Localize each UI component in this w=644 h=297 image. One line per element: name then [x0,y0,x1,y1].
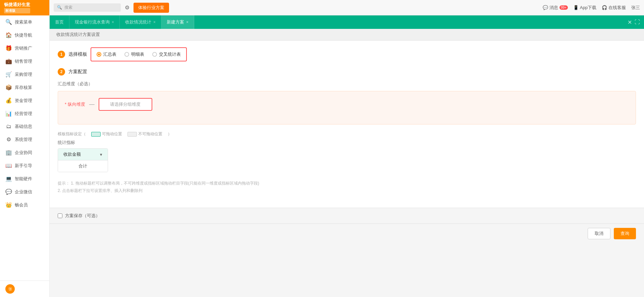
tips-section: 提示： 1. 拖动标题栏可以调整布局，不可跨维度或指标区域拖动栏目字段(只能在同… [58,180,636,194]
sidebar-item-purchase[interactable]: 🛒 采购管理 [0,68,49,81]
radio-cross-label: 交叉统计表 [159,51,181,57]
draggable-label: 可拖动位置 [102,131,122,137]
step1-badge: 1 [58,51,65,58]
tab-receipt-stats-close[interactable]: × [153,20,156,24]
sidebar-item-finance[interactable]: 💰 资金管理 [0,94,49,107]
message-item[interactable]: 💬 消息 99+ [543,5,568,11]
breadcrumb: 收款情况统计方案设置 [50,29,644,41]
tab-home-label: 首页 [55,19,64,25]
member-icon: 👑 [5,202,12,208]
save-checkbox[interactable] [58,213,62,218]
tab-receipt-stats[interactable]: 收款情况统计 × [120,15,161,29]
sidebar-label-search-menu: 搜索菜单 [15,19,32,25]
tip-item-2: 2. 点击标题栏下拉可设置排序、插入列和删除列 [58,187,636,195]
guide-icon: 📖 [5,162,12,169]
radio-summary[interactable]: 汇总表 [97,51,116,57]
sidebar-label-marketing: 营销推广 [15,45,32,51]
message-label: 消息 [549,5,558,11]
indicator-table: 收款金额 ▾ 合计 [58,148,108,172]
tab-bank-flow[interactable]: 现金银行流水查询 × [69,15,120,29]
hardware-icon: 💻 [5,176,12,182]
save-checkbox-label: 方案保存（可选） [65,213,100,219]
indicator-dropdown-icon[interactable]: ▾ [100,152,102,157]
settings-gear-icon[interactable]: ⚙ [123,3,131,12]
service-label: 在线客服 [608,5,626,11]
step2-section: 2 方案配置 汇总维度（必选） * 纵向维度 — 请选择分组维度 [58,68,636,194]
app-download-item[interactable]: 📱 App下载 [573,5,596,11]
tab-bank-flow-label: 现金银行流水查询 [75,19,110,25]
message-icon: 💬 [543,5,548,10]
operation-icon: 📊 [5,110,12,117]
step2-header: 2 方案配置 [58,68,636,76]
sidebar-label-system: 系统管理 [15,137,32,143]
sidebar-item-member[interactable]: 👑 畅会员 [0,198,49,211]
gift-icon: 🎁 [5,45,12,51]
fixed-label: 不可拖动位置 [138,131,162,137]
sidebar-label-guide: 新手引导 [15,163,32,169]
sidebar-label-purchase: 采购管理 [15,71,32,78]
search-menu-icon: 🔍 [5,19,12,25]
avatar-initial: 张 [8,287,12,292]
dimension-area: * 纵向维度 — 请选择分组维度 [58,91,636,125]
sidebar-item-basic-info[interactable]: 🗂 基础信息 [0,120,49,133]
tab-maximize-icon[interactable]: ⛶ [635,19,640,25]
save-section: 方案保存（可选） [50,208,644,224]
sidebar-item-operation[interactable]: 📊 经营管理 [0,107,49,120]
basic-info-icon: 🗂 [5,123,12,130]
user-name-item[interactable]: 张三 [631,5,640,11]
cancel-button[interactable]: 取消 [588,228,610,239]
sidebar-item-quick-nav[interactable]: 🏠 快捷导航 [0,29,49,42]
sidebar-item-system[interactable]: ⚙ 系统管理 [0,133,49,146]
wechat-icon: 💬 [5,189,12,195]
sidebar-label-basic-info: 基础信息 [15,123,32,130]
industry-plan-button[interactable]: 体验行业方案 [133,3,169,13]
sidebar-label-quick-nav: 快捷导航 [15,32,32,38]
finance-icon: 💰 [5,97,12,104]
sidebar-item-inventory[interactable]: 📦 库存核算 [0,81,49,94]
dimension-placeholder[interactable]: 请选择分组维度 [99,98,152,111]
radio-cross-circle[interactable] [152,52,157,57]
sidebar-item-enterprise[interactable]: 🏢 企业协同 [0,146,49,159]
radio-detail-circle[interactable] [124,52,129,57]
tab-close-all-icon[interactable]: ✕ [628,19,632,26]
step1-section: 1 选择模板 汇总表 明细表 [58,47,636,61]
indicator-total-row: 合计 [58,160,108,172]
sidebar-label-sales: 销售管理 [15,58,32,64]
sidebar-label-finance: 资金管理 [15,98,32,104]
radio-detail[interactable]: 明细表 [124,51,144,57]
sidebar-item-search-menu[interactable]: 🔍 搜索菜单 [0,15,49,29]
vertical-dimension-label: * 纵向维度 [65,101,85,107]
radio-summary-circle[interactable] [97,52,101,57]
stats-indicators-title: 统计指标 [58,140,636,146]
step1-header: 1 选择模板 汇总表 明细表 [58,47,636,61]
sidebar-item-wechat[interactable]: 💬 企业微信 [0,185,49,198]
sidebar-item-marketing[interactable]: 🎁 营销推广 [0,42,49,55]
sidebar-item-guide[interactable]: 📖 新手引导 [0,159,49,172]
radio-detail-label: 明细表 [131,51,144,57]
radio-summary-label: 汇总表 [103,51,116,57]
sidebar-label-wechat: 企业微信 [15,189,32,195]
dimension-placeholder-text: 请选择分组维度 [110,102,141,107]
sidebar: 畅捷通好生意 标准版 🔍 搜索菜单 🏠 快捷导航 🎁 营销推广 💼 销售管理 🛒… [0,0,50,297]
tab-bank-flow-close[interactable]: × [112,20,114,24]
step2-badge: 2 [58,68,65,76]
radio-cross[interactable]: 交叉统计表 [152,51,181,57]
sidebar-label-member: 畅会员 [15,202,28,208]
online-service-item[interactable]: 🎧 在线客服 [602,5,626,11]
tab-home[interactable]: 首页 [50,15,69,29]
indicator-header[interactable]: 收款金额 ▾ [58,149,108,160]
tab-new-plan-close[interactable]: × [186,20,189,24]
sidebar-logo: 畅捷通好生意 标准版 [0,0,49,15]
sidebar-item-sales[interactable]: 💼 销售管理 [0,55,49,68]
sidebar-item-hardware[interactable]: 💻 智能硬件 [0,172,49,185]
purchase-icon: 🛒 [5,71,12,78]
download-icon: 📱 [573,5,579,10]
service-icon: 🎧 [602,5,607,10]
config-section: 汇总维度（必选） * 纵向维度 — 请选择分组维度 模 [58,81,636,194]
avatar[interactable]: 张 [5,284,15,294]
query-button[interactable]: 查询 [614,228,636,239]
action-bar: 取消 查询 [50,224,644,243]
user-name: 张三 [631,5,640,11]
tab-new-plan[interactable]: 新建方案 × [161,15,194,29]
topbar-search[interactable]: 🔍 搜索 [54,3,121,12]
